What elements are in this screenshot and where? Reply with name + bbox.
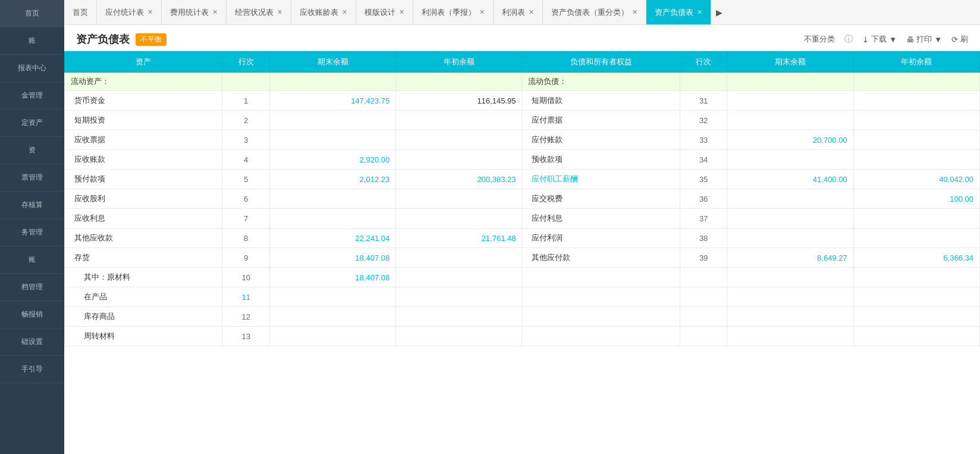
right-label bbox=[522, 307, 680, 327]
tab-home[interactable]: 首页 bbox=[64, 0, 97, 24]
left-end-amount[interactable]: 147,423.75 bbox=[269, 91, 395, 111]
table-row: 应收股利 6 应交税费 36 100.00 bbox=[65, 189, 980, 209]
close-icon[interactable]: ✕ bbox=[342, 8, 347, 16]
right-row-num bbox=[680, 268, 727, 287]
right-row-num: 31 bbox=[680, 91, 727, 111]
close-icon[interactable]: ✕ bbox=[632, 8, 637, 16]
sidebar-item-report-center[interactable]: 报表中心 bbox=[0, 55, 64, 82]
right-row-num: 35 bbox=[680, 170, 727, 189]
right-end-amount[interactable]: 8,649.27 bbox=[727, 248, 853, 268]
tab-profit-quarterly[interactable]: 利润表（季报） ✕ bbox=[413, 0, 494, 24]
tab-arrow-right[interactable]: ▶ bbox=[711, 8, 727, 17]
right-begin-amount[interactable]: 40,042.00 bbox=[853, 170, 979, 189]
right-begin-amount bbox=[853, 150, 979, 170]
right-begin-amount bbox=[853, 287, 979, 307]
table-row: 其他应收款 8 22,241.04 21,761.48 应付利润 38 bbox=[65, 228, 980, 248]
right-row-num: 38 bbox=[680, 228, 727, 248]
left-end-amount[interactable]: 2,012.23 bbox=[269, 170, 395, 189]
sidebar-item-ticket-mgmt[interactable]: 票管理 bbox=[0, 164, 64, 192]
left-label: 存货 bbox=[65, 248, 222, 268]
left-row-num: 3 bbox=[222, 130, 270, 150]
right-begin-amount bbox=[853, 268, 979, 287]
right-row-num: 37 bbox=[680, 209, 727, 228]
right-label: 应付利润 bbox=[522, 228, 680, 248]
left-end-amount bbox=[269, 307, 395, 327]
sidebar-item-tax-mgmt[interactable]: 务管理 bbox=[0, 219, 64, 246]
sidebar-item-inventory[interactable]: 存核算 bbox=[0, 192, 64, 219]
table-row: 周转材料 13 bbox=[65, 327, 980, 346]
left-label: 其中：原材料 bbox=[65, 268, 222, 287]
refresh-icon: ⟳ bbox=[951, 35, 958, 44]
unbalanced-badge: 不平衡 bbox=[136, 33, 167, 46]
left-row-num: 8 bbox=[222, 228, 270, 248]
table-row: 库存商品 12 bbox=[65, 307, 980, 327]
sidebar-item-expense[interactable]: 畅报销 bbox=[0, 301, 64, 328]
right-label: 其他应付款 bbox=[522, 248, 680, 268]
tab-payable-stats[interactable]: 应付统计表 ✕ bbox=[97, 0, 162, 24]
table-row: 应收利息 7 应付利息 37 bbox=[65, 209, 980, 228]
right-label bbox=[522, 268, 680, 287]
left-end-amount[interactable]: 18,407.08 bbox=[269, 248, 395, 268]
left-end-amount[interactable]: 22,241.04 bbox=[269, 228, 395, 248]
left-begin-amount[interactable]: 200,383.23 bbox=[396, 170, 522, 189]
sidebar-item-archive[interactable]: 档管理 bbox=[0, 274, 64, 301]
right-label[interactable]: 应付职工薪酬 bbox=[522, 170, 680, 189]
left-begin-amount bbox=[396, 130, 522, 150]
left-end-amount[interactable]: 2,920.00 bbox=[269, 150, 395, 170]
refresh-button[interactable]: ⟳ 刷 bbox=[951, 34, 968, 45]
right-end-amount[interactable]: 41,400.00 bbox=[727, 170, 853, 189]
tab-operation-status[interactable]: 经营状况表 ✕ bbox=[227, 0, 291, 24]
table-row: 其中：原材料 10 18,407.08 bbox=[65, 268, 980, 287]
print-button[interactable]: 🖶 打印 ▼ bbox=[906, 34, 942, 45]
sidebar-item-cash-mgmt[interactable]: 金管理 bbox=[0, 82, 64, 109]
right-end-amount[interactable]: 20,700.00 bbox=[727, 130, 853, 150]
col-header-row-num-left: 行次 bbox=[222, 52, 270, 73]
tab-profit[interactable]: 利润表 ✕ bbox=[494, 0, 543, 24]
close-icon[interactable]: ✕ bbox=[529, 8, 534, 16]
right-end-amount bbox=[727, 91, 853, 111]
col-header-begin-balance-left: 年初余额 bbox=[396, 52, 522, 73]
right-begin-amount bbox=[853, 111, 979, 130]
right-row-num: 36 bbox=[680, 189, 727, 209]
page-title-area: 资产负债表 不平衡 bbox=[76, 32, 167, 46]
close-icon[interactable]: ✕ bbox=[147, 8, 153, 16]
left-begin-amount bbox=[396, 307, 522, 327]
tab-balance-sheet[interactable]: 资产负债表 ✕ bbox=[646, 0, 711, 24]
main-area: 首页 应付统计表 ✕ 费用统计表 ✕ 经营状况表 ✕ 应收账龄表 ✕ 模版设计 … bbox=[64, 0, 980, 454]
close-icon[interactable]: ✕ bbox=[479, 8, 485, 16]
right-begin-amount[interactable]: 100.00 bbox=[853, 189, 979, 209]
left-label: 应收股利 bbox=[65, 189, 222, 209]
sidebar-item-home[interactable]: 首页 bbox=[0, 0, 64, 27]
right-label: 应付票据 bbox=[522, 111, 680, 130]
page-content: 资产负债表 不平衡 不重分类 ⓘ ⤓ 下载 ▼ 🖶 打印 ▼ ⟳ 刷 bbox=[64, 25, 980, 454]
right-end-amount bbox=[727, 189, 853, 209]
tab-template-design[interactable]: 模版设计 ✕ bbox=[356, 0, 413, 24]
close-icon[interactable]: ✕ bbox=[399, 8, 404, 16]
sidebar-item-fixed-assets[interactable]: 定资产 bbox=[0, 109, 64, 137]
right-begin-amount bbox=[853, 91, 979, 111]
left-begin-amount bbox=[396, 268, 522, 287]
table-row: 预付款项 5 2,012.23 200,383.23 应付职工薪酬 35 41,… bbox=[65, 170, 980, 189]
left-label: 短期投资 bbox=[65, 111, 222, 130]
close-icon[interactable]: ✕ bbox=[277, 8, 282, 16]
sidebar-item-settings[interactable]: 础设置 bbox=[0, 328, 64, 356]
tab-balance-reclassified[interactable]: 资产负债表（重分类） ✕ bbox=[543, 0, 646, 24]
download-button[interactable]: ⤓ 下载 ▼ bbox=[862, 34, 897, 45]
sidebar-item-ledger[interactable]: 账 bbox=[0, 246, 64, 274]
left-end-amount[interactable]: 18,407.08 bbox=[269, 268, 395, 287]
help-icon[interactable]: ⓘ bbox=[844, 34, 853, 45]
left-row-num: 6 bbox=[222, 189, 270, 209]
left-begin-amount[interactable]: 21,761.48 bbox=[396, 228, 522, 248]
sidebar-item-account[interactable]: 账 bbox=[0, 27, 64, 55]
close-icon[interactable]: ✕ bbox=[697, 8, 702, 16]
tab-receivable-aging[interactable]: 应收账龄表 ✕ bbox=[291, 0, 356, 24]
right-end-amount bbox=[727, 268, 853, 287]
right-begin-amount[interactable]: 6,366.34 bbox=[853, 248, 979, 268]
tab-expense-stats[interactable]: 费用统计表 ✕ bbox=[162, 0, 227, 24]
sidebar-item-guide[interactable]: 手引导 bbox=[0, 356, 64, 383]
col-header-assets: 资产 bbox=[65, 52, 222, 73]
close-icon[interactable]: ✕ bbox=[212, 8, 218, 16]
sidebar: 首页 账 报表中心 金管理 定资产 资 票管理 存核算 务管理 账 档管理 畅报… bbox=[0, 0, 64, 454]
sidebar-item-investment[interactable]: 资 bbox=[0, 137, 64, 164]
right-label bbox=[522, 287, 680, 307]
